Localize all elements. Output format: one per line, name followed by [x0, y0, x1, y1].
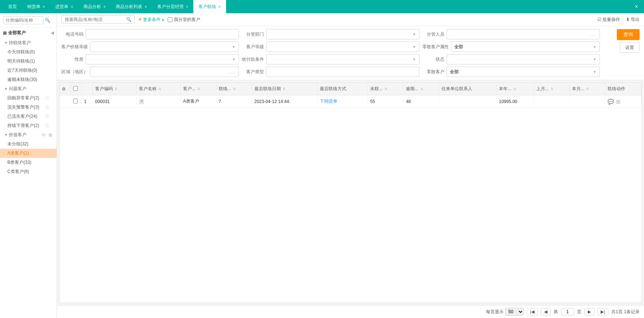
settings-icon[interactable]: ⚙: [62, 86, 66, 92]
nav-sales[interactable]: 销货单 ×: [22, 0, 50, 13]
col-last-date[interactable]: 最后联络日期 ⇅: [252, 83, 318, 95]
col-code[interactable]: 客户编码 ⇅: [93, 83, 137, 95]
col-this-year[interactable]: 本年... ⇅: [497, 83, 534, 95]
filter-search-icon[interactable]: 🔍: [126, 17, 132, 22]
query-button[interactable]: 查询: [617, 29, 640, 40]
last-page-btn[interactable]: ▶|: [597, 308, 608, 315]
filter-cust-type-input[interactable]: [266, 67, 419, 77]
col-this-month-sort: ⇅: [586, 87, 589, 91]
batch-operation-label: 批量操作: [602, 17, 620, 23]
window-close[interactable]: ×: [632, 3, 641, 10]
nav-product-analysis-list-close[interactable]: ×: [144, 4, 147, 9]
filter-region-label: 区域（地区）: [61, 69, 88, 75]
nav-purchase[interactable]: 进货单 ×: [50, 0, 78, 13]
nav-home-label: 首页: [8, 4, 17, 10]
nav-customer-segment[interactable]: 客户分层经营 ×: [152, 0, 193, 13]
pagination: 每页显示 50 100 200 |◀ ◀ 第 页 ▶ ▶| 共1页 1条记录: [57, 305, 644, 318]
page-input[interactable]: [561, 308, 574, 315]
my-customers-checkbox[interactable]: [168, 17, 172, 22]
perpage-select[interactable]: 50 100 200: [505, 308, 524, 316]
filter-status-chevron: ▼: [593, 57, 597, 61]
filter-person-dots: ...: [590, 31, 597, 37]
grid-action-icon[interactable]: ⊞: [616, 99, 620, 105]
filter-person-label: 分管人员: [422, 31, 444, 38]
sidebar-overdue-contact[interactable]: 逾期未联络(30): [0, 75, 57, 84]
filter-status: 状态 ▼: [422, 54, 600, 64]
filter-sparse-attr-select[interactable]: 全部 ▼: [451, 42, 600, 52]
nav-customer-contact-close[interactable]: ×: [218, 4, 221, 9]
filter-nature-select[interactable]: ▼: [86, 54, 239, 64]
col-name[interactable]: 客户名称 ⇅: [137, 83, 181, 95]
col-level[interactable]: 客户... ⇅: [180, 83, 216, 95]
total-records-label: 共1页 1条记录: [611, 309, 640, 315]
filter-dept-select[interactable]: ▼: [266, 29, 419, 39]
filter-more-btn[interactable]: ▼ 更多条件 ▲: [138, 17, 165, 23]
value-customer-section[interactable]: ▼ 价值客户 ↻ ⊞: [0, 130, 57, 139]
sidebar-today-pending[interactable]: 今天待联络(0): [0, 47, 57, 57]
cell-no-contact: 55: [368, 95, 404, 108]
next-page-btn[interactable]: ▶: [584, 308, 594, 315]
cell-last-month: [534, 95, 569, 108]
sidebar-7day-pending[interactable]: 近7天待联络(0): [0, 66, 57, 75]
sidebar-collapse-icon[interactable]: ◀: [51, 31, 54, 35]
pending-contact-section[interactable]: ▼ 待联络客户: [0, 38, 57, 47]
filter-person-select[interactable]: ...: [447, 29, 600, 39]
value-customer-refresh[interactable]: ↻: [42, 132, 46, 138]
sidebar-tomorrow-pending[interactable]: 明天待联络(1): [0, 57, 57, 66]
col-overdue[interactable]: 逾期... ⇅: [404, 83, 439, 95]
filter-region-select[interactable]: ...: [90, 67, 239, 77]
settings-button[interactable]: 设置: [620, 42, 640, 53]
filter-status-select[interactable]: ▼: [447, 54, 600, 64]
sidebar-search-icon[interactable]: 🔍: [45, 18, 50, 23]
sidebar-class-a[interactable]: A类客户(1): [0, 149, 57, 158]
col-contact-count[interactable]: 联络... ⇅: [216, 83, 252, 95]
nav-product-analysis-list[interactable]: 商品分析列表 ×: [111, 0, 152, 13]
sidebar-class-b[interactable]: B类客户(33): [0, 158, 57, 167]
filter-search-input[interactable]: [65, 17, 126, 22]
first-page-btn[interactable]: |◀: [527, 308, 538, 315]
prev-page-btn[interactable]: ◀: [541, 308, 551, 315]
filter-payment-select[interactable]: ▼: [266, 54, 419, 64]
nav-home[interactable]: 首页: [3, 0, 22, 13]
nav-customer-contact[interactable]: 客户联络 ×: [193, 0, 226, 13]
grid-icon: ⊞: [3, 31, 7, 36]
nav-purchase-close[interactable]: ×: [71, 4, 73, 9]
select-all-checkbox[interactable]: [73, 86, 78, 91]
nav-product-analysis[interactable]: 商品分析 ×: [78, 0, 111, 13]
problem-customer-section[interactable]: ▼ 问题客户: [0, 84, 57, 93]
sidebar-churned[interactable]: 已流失客户(24) ⓘ: [0, 112, 57, 121]
last-method-link[interactable]: 下销货单: [320, 99, 337, 104]
my-customers-filter[interactable]: 我分管的客户: [168, 17, 200, 23]
nav-sales-close[interactable]: ×: [43, 4, 45, 9]
export-btn[interactable]: ⬇ 导出: [626, 17, 640, 23]
nav-customer-segment-close[interactable]: ×: [186, 4, 188, 9]
cell-last-method[interactable]: 下销货单: [318, 95, 368, 108]
col-name-label: 客户名称: [139, 86, 157, 91]
sidebar-declining[interactable]: 持续下滑客户(2) ⓘ: [0, 121, 57, 130]
col-this-month[interactable]: 本月... ⇅: [569, 83, 605, 95]
filter-sparse-attr: 零散客户属性 全部 ▼: [422, 42, 600, 52]
col-this-month-label: 本月...: [572, 86, 584, 91]
filter-more-chevron: ▲: [161, 18, 165, 21]
nav-product-analysis-close[interactable]: ×: [103, 4, 105, 9]
filter-cust-grade-select[interactable]: ▼: [266, 42, 419, 52]
filter-sparse-select[interactable]: 全部 ▼: [447, 67, 600, 77]
batch-operation-btn[interactable]: ☑ 批量操作: [597, 17, 620, 23]
problem-customer-triangle: ▼: [4, 87, 7, 91]
filter-phone-input[interactable]: [86, 29, 239, 39]
cell-checkbox[interactable]: [71, 95, 82, 108]
col-last-month[interactable]: 上月... ⇅: [534, 83, 569, 95]
filter-price-grade-select[interactable]: ▼: [90, 42, 239, 52]
value-customer-add[interactable]: ⊞: [49, 132, 52, 138]
sidebar-all-customers[interactable]: ⊞ 全部客户 ◀: [0, 28, 57, 38]
col-checkbox[interactable]: [71, 83, 82, 95]
col-no-contact[interactable]: 未联... ⇅: [368, 83, 404, 95]
message-action-icon[interactable]: 💬: [608, 99, 614, 105]
row-checkbox[interactable]: [73, 99, 78, 103]
sidebar-search-input[interactable]: [3, 16, 43, 24]
col-settings[interactable]: ⚙: [60, 83, 71, 95]
sidebar-abnormal-repurchase[interactable]: 回购异常客户(2) ⓘ: [0, 93, 57, 103]
sidebar-class-c[interactable]: C类客户(6): [0, 167, 57, 176]
sidebar-churn-warning[interactable]: 流失预警客户(3) ⓘ: [0, 103, 57, 112]
sidebar-ungrouped[interactable]: 未分组(32): [0, 139, 57, 149]
